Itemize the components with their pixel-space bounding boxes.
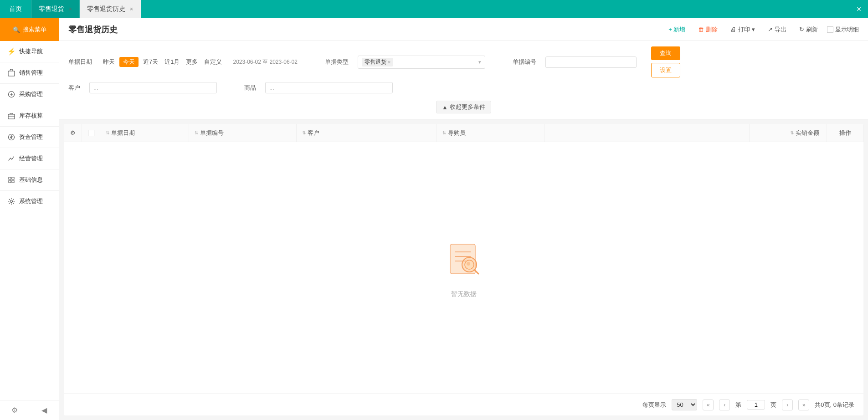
collapse-icon: ▲ xyxy=(442,104,448,111)
page-prev-button[interactable]: ‹ xyxy=(719,400,730,410)
page-number-input[interactable] xyxy=(747,400,765,410)
sort-num-icon: ⇅ xyxy=(195,130,198,135)
query-button[interactable]: 查询 xyxy=(651,46,680,60)
th-customer[interactable]: ⇅ 客户 xyxy=(297,124,437,142)
goods-select[interactable]: ... xyxy=(265,82,393,93)
customer-label: 客户 xyxy=(68,84,80,92)
delete-button[interactable]: 🗑 删除 xyxy=(694,24,721,36)
print-button[interactable]: 🖨 打印 ▾ xyxy=(727,24,759,36)
inventory-icon xyxy=(7,112,15,120)
sidebar-item-quick-nav[interactable]: ⚡ 快捷导航 xyxy=(0,41,59,62)
select-all-checkbox[interactable] xyxy=(88,130,94,136)
sidebar-item-sales[interactable]: 销售管理 xyxy=(0,62,59,84)
th-check[interactable] xyxy=(82,124,100,142)
date-opt-more[interactable]: 更多 xyxy=(184,57,200,67)
svg-point-8 xyxy=(10,200,13,203)
date-opt-custom[interactable]: 自定义 xyxy=(202,57,224,67)
refresh-icon: ↻ xyxy=(799,26,804,33)
page-next-button[interactable]: › xyxy=(782,400,793,410)
doc-type-tag-close[interactable]: × xyxy=(388,59,390,65)
sidebar-collapse-button[interactable]: ◀ xyxy=(30,400,59,420)
th-ops: 操作 xyxy=(827,124,863,142)
operations-icon xyxy=(7,154,15,163)
th-num[interactable]: ⇅ 单据编号 xyxy=(189,124,297,142)
date-opt-today[interactable]: 今天 xyxy=(119,57,139,67)
window-close-button[interactable]: × xyxy=(850,0,868,18)
customer-placeholder: ... xyxy=(93,84,98,91)
sidebar-item-basic[interactable]: 基础信息 xyxy=(0,169,59,191)
sidebar-item-sales-label: 销售管理 xyxy=(19,69,43,77)
date-filter-label: 单据日期 xyxy=(68,58,92,66)
sidebar-bottom: ⚙ ◀ xyxy=(0,400,59,420)
export-icon: ↗ xyxy=(768,26,773,33)
total-info: 共0页, 0条记录 xyxy=(815,401,854,409)
sort-date-icon: ⇅ xyxy=(106,130,109,135)
tab-retail-return-close[interactable]: × xyxy=(69,6,72,12)
sort-amount-icon: ⇅ xyxy=(790,130,794,135)
export-button[interactable]: ↗ 导出 xyxy=(764,24,790,36)
date-opt-1month[interactable]: 近1月 xyxy=(163,57,181,67)
svg-rect-4 xyxy=(9,177,11,179)
filter-date-options: 昨天 今天 近7天 近1月 更多 自定义 xyxy=(101,57,224,67)
th-num-label: 单据编号 xyxy=(200,129,224,137)
sidebar-item-system-label: 系统管理 xyxy=(19,197,43,205)
filter-settings-button[interactable]: 设置 xyxy=(651,63,680,77)
search-icon: 🔍 xyxy=(13,26,20,33)
show-detail-label: 显示明细 xyxy=(835,26,859,34)
query-actions: 查询 设置 xyxy=(651,46,680,77)
main-layout: 🔍 搜索菜单 ⚡ 快捷导航 销售管理 采购管理 库存核算 xyxy=(0,18,868,420)
table-header: ⚙ ⇅ 单据日期 ⇅ 单据编号 ⇅ 客户 ⇅ xyxy=(64,124,863,142)
page-first-button[interactable]: « xyxy=(703,400,714,410)
per-page-select[interactable]: 50 100 200 xyxy=(672,399,697,410)
refresh-button[interactable]: ↻ 刷新 xyxy=(796,24,822,36)
page-unit: 页 xyxy=(770,401,776,409)
date-opt-yesterday[interactable]: 昨天 xyxy=(101,57,117,67)
sidebar-item-inventory[interactable]: 库存核算 xyxy=(0,105,59,127)
filter-row-2: 客户 ... 商品 ... xyxy=(68,82,859,93)
doc-type-select[interactable]: 零售退货 × ▾ xyxy=(358,56,485,69)
column-settings-icon[interactable]: ⚙ xyxy=(70,129,76,136)
table-area: ⚙ ⇅ 单据日期 ⇅ 单据编号 ⇅ 客户 ⇅ xyxy=(64,124,863,415)
doc-num-label: 单据编号 xyxy=(513,58,536,66)
tab-retail-return-history[interactable]: 零售退货历史 × xyxy=(80,0,141,18)
tab-retail-return[interactable]: 零售退货 × xyxy=(31,0,80,18)
purchase-icon xyxy=(7,90,15,98)
sidebar-search[interactable]: 🔍 搜索菜单 xyxy=(0,18,59,41)
sort-guide-icon: ⇅ xyxy=(442,130,446,135)
doc-type-tag-label: 零售退货 xyxy=(365,58,386,66)
doc-num-input[interactable] xyxy=(545,56,637,68)
goods-label: 商品 xyxy=(244,84,256,92)
th-guide[interactable]: ⇅ 导购员 xyxy=(437,124,545,142)
th-amount[interactable]: ⇅ 实销金额 xyxy=(750,124,827,142)
sidebar-item-operations[interactable]: 经营管理 xyxy=(0,148,59,169)
th-guide-label: 导购员 xyxy=(448,129,466,137)
page-title: 零售退货历史 xyxy=(68,24,118,35)
th-settings[interactable]: ⚙ xyxy=(64,124,82,142)
sidebar-item-finance-label: 资金管理 xyxy=(19,133,43,141)
collapse-filter-button[interactable]: ▲ 收起更多条件 xyxy=(436,101,491,113)
new-button[interactable]: + 新增 xyxy=(665,24,689,36)
empty-illustration xyxy=(441,237,487,283)
sidebar-settings-button[interactable]: ⚙ xyxy=(0,400,30,420)
tab-retail-return-history-close[interactable]: × xyxy=(130,6,133,12)
customer-select[interactable]: ... xyxy=(89,82,217,93)
page-label: 第 xyxy=(735,401,741,409)
sidebar-item-quick-nav-label: 快捷导航 xyxy=(19,47,43,56)
finance-icon xyxy=(7,133,15,141)
content-area: 零售退货历史 + 新增 🗑 删除 🖨 打印 ▾ ↗ 导出 ↻ 刷新 xyxy=(59,18,868,420)
sidebar-item-system[interactable]: 系统管理 xyxy=(0,191,59,212)
th-ops-label: 操作 xyxy=(839,129,851,137)
sidebar-item-finance[interactable]: 资金管理 xyxy=(0,127,59,148)
th-date[interactable]: ⇅ 单据日期 xyxy=(100,124,189,142)
page-last-button[interactable]: » xyxy=(798,400,809,410)
date-opt-7days[interactable]: 近7天 xyxy=(141,57,160,67)
tab-home[interactable]: 首页 xyxy=(0,0,31,18)
tab-retail-return-history-label: 零售退货历史 xyxy=(87,5,125,13)
show-detail-checkbox[interactable] xyxy=(827,26,833,33)
sidebar-item-purchase[interactable]: 采购管理 xyxy=(0,84,59,105)
sidebar-item-inventory-label: 库存核算 xyxy=(19,112,43,120)
doc-type-tag: 零售退货 × xyxy=(362,58,393,67)
export-label: 导出 xyxy=(775,26,786,34)
filter-area: 单据日期 昨天 今天 近7天 近1月 更多 自定义 2023-06-02 至 2… xyxy=(59,41,868,119)
top-tab-bar: 首页 零售退货 × 零售退货历史 × × xyxy=(0,0,868,18)
